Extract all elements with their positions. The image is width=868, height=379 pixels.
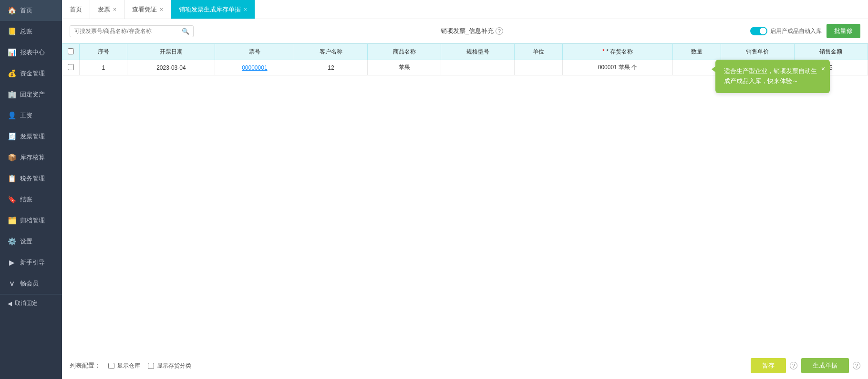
gear-icon: ⚙️ (8, 237, 16, 246)
sidebar-item-label: 资金管理 (20, 69, 45, 78)
tab-home-label: 首页 (70, 5, 82, 14)
sidebar-item-settlement[interactable]: 🔖 结账 (0, 189, 62, 210)
col-unit: 单位 (515, 44, 562, 60)
tab-view-voucher[interactable]: 查看凭证 × (124, 0, 171, 19)
toggle-label: 启用产成品自动入库 (770, 27, 822, 35)
toggle-wrapper: 启用产成品自动入库 (750, 27, 822, 35)
center-title: 销项发票_信息补充 (441, 27, 494, 35)
sidebar-item-label: 畅会员 (20, 279, 39, 288)
info-icon[interactable]: ? (496, 27, 503, 35)
sidebar-item-fixed-assets[interactable]: 🏢 固定资产 (0, 84, 62, 105)
sidebar-item-label: 报表中心 (20, 48, 45, 57)
show-warehouse-checkbox[interactable] (108, 363, 114, 369)
tab-view-voucher-label: 查看凭证 (132, 5, 157, 14)
list-config-label: 列表配置： (70, 361, 101, 370)
col-product: 商品名称 (368, 44, 441, 60)
row-checkbox-cell (62, 60, 80, 75)
footer: 列表配置： 显示仓库 显示存货分类 暂存 ? 生成单据 ? (62, 352, 868, 379)
row-spec (441, 60, 515, 75)
generate-info-icon[interactable]: ? (853, 362, 860, 369)
select-all-checkbox[interactable] (68, 48, 74, 54)
table-header-row: 序号 开票日期 票号 客户名称 商品名称 规格型号 单位 * * 存货名称 数量… (62, 44, 868, 60)
archive-icon: 🗂️ (8, 216, 16, 225)
settlement-icon: 🔖 (8, 195, 16, 204)
show-warehouse-label: 显示仓库 (117, 362, 140, 370)
row-customer: 12 (294, 60, 368, 75)
invoice-icon: 🧾 (8, 132, 16, 141)
play-icon: ▶ (8, 258, 16, 267)
auto-warehouse-toggle[interactable] (750, 27, 767, 35)
col-amount: 销售金额 (794, 44, 868, 60)
sidebar-item-label: 发票管理 (20, 132, 45, 141)
reports-icon: 📊 (8, 48, 16, 57)
payroll-icon: 👤 (8, 111, 16, 120)
sidebar-item-label: 归档管理 (20, 216, 45, 225)
tab-invoice-label: 发票 (98, 5, 110, 14)
sidebar-item-label: 税务管理 (20, 174, 45, 183)
save-info-icon[interactable]: ? (790, 362, 797, 369)
sidebar: 🏠 首页 📒 总账 📊 报表中心 💰 资金管理 🏢 固定资产 👤 工资 🧾 发票… (0, 0, 62, 379)
sidebar-item-new-guide[interactable]: ▶ 新手引导 (0, 252, 62, 273)
tab-invoice[interactable]: 发票 × (90, 0, 124, 19)
col-unit-price: 销售单价 (721, 44, 794, 60)
show-category-checkbox[interactable] (148, 363, 154, 369)
show-category-group: 显示存货分类 (148, 362, 191, 370)
sidebar-item-inventory[interactable]: 📦 库存核算 (0, 147, 62, 168)
sidebar-item-label: 工资 (20, 111, 32, 120)
row-ticket-no[interactable]: 00000001 (215, 60, 294, 75)
tab-cancel-invoice[interactable]: 销项发票生成库存单据 × (171, 0, 255, 19)
sidebar-item-tax-mgmt[interactable]: 📋 税务管理 (0, 168, 62, 189)
sidebar-item-fund-mgmt[interactable]: 💰 资金管理 (0, 63, 62, 84)
sidebar-item-label: 固定资产 (20, 90, 45, 99)
col-inventory: * * 存货名称 (562, 44, 673, 60)
sidebar-item-vip[interactable]: V 畅会员 (0, 273, 62, 294)
tab-cancel-invoice-label: 销项发票生成库存单据 (179, 5, 241, 14)
sidebar-item-general-ledger[interactable]: 📒 总账 (0, 21, 62, 42)
ledger-icon: 📒 (8, 27, 16, 36)
search-box[interactable]: 🔍 (70, 25, 194, 37)
home-icon: 🏠 (8, 6, 16, 15)
row-unit (515, 60, 562, 75)
col-date: 开票日期 (127, 44, 215, 60)
sidebar-item-home[interactable]: 🏠 首页 (0, 0, 62, 21)
generate-button[interactable]: 生成单据 (801, 358, 849, 373)
center-title-wrapper: 销项发票_信息补充 ? (198, 27, 745, 35)
col-customer: 客户名称 (294, 44, 368, 60)
main-area: 首页 发票 × 查看凭证 × 销项发票生成库存单据 × 🔍 销项发票_信息补充 … (62, 0, 868, 379)
tab-cancel-invoice-close[interactable]: × (244, 6, 247, 13)
content-area: 🔍 销项发票_信息补充 ? 启用产成品自动入库 批量修 × 适合生产型企业，销项… (62, 19, 868, 379)
row-checkbox[interactable] (68, 64, 74, 70)
tab-invoice-close[interactable]: × (113, 6, 116, 13)
tooltip-popup: × 适合生产型企业，销项发票自动生成产成品入库，快来体验～ (715, 60, 830, 93)
sidebar-item-label: 设置 (20, 237, 32, 246)
unpin-label: 取消固定 (15, 299, 38, 307)
inventory-icon: 📦 (8, 153, 16, 162)
batch-button[interactable]: 批量修 (827, 24, 860, 38)
sidebar-item-label: 总账 (20, 27, 32, 36)
tax-icon: 📋 (8, 174, 16, 183)
save-button[interactable]: 暂存 (751, 358, 786, 373)
search-input[interactable] (74, 28, 179, 34)
sidebar-item-reports[interactable]: 📊 报表中心 (0, 42, 62, 63)
vip-icon: V (8, 280, 16, 287)
row-inventory: 000001 苹果 个 (562, 60, 673, 75)
sidebar-item-settings[interactable]: ⚙️ 设置 (0, 231, 62, 252)
sidebar-item-archive[interactable]: 🗂️ 归档管理 (0, 210, 62, 231)
search-icon: 🔍 (182, 28, 189, 35)
footer-actions: 暂存 ? 生成单据 ? (751, 358, 860, 373)
sidebar-item-label: 结账 (20, 195, 32, 204)
unpin-button[interactable]: ◀ 取消固定 (0, 294, 62, 312)
sidebar-item-label: 新手引导 (20, 258, 45, 267)
tooltip-close-button[interactable]: × (821, 63, 825, 74)
tab-view-voucher-close[interactable]: × (160, 6, 163, 13)
col-checkbox (62, 44, 80, 60)
sidebar-item-payroll[interactable]: 👤 工资 (0, 105, 62, 126)
sidebar-item-invoice-mgmt[interactable]: 🧾 发票管理 (0, 126, 62, 147)
col-quantity: 数量 (673, 44, 721, 60)
fund-icon: 💰 (8, 69, 16, 78)
tab-home[interactable]: 首页 (62, 0, 90, 19)
unpin-icon: ◀ (8, 300, 12, 307)
col-ticket-no: 票号 (215, 44, 294, 60)
row-product: 苹果 (368, 60, 441, 75)
building-icon: 🏢 (8, 90, 16, 99)
